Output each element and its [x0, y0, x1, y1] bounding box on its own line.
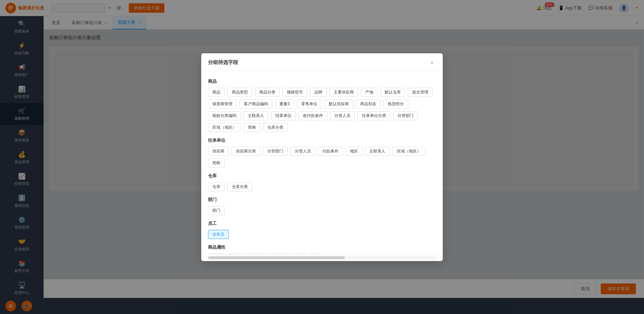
field-tag-4-0[interactable]: 业务员 [208, 230, 229, 239]
field-tag-0-13[interactable]: 默认供应商 [324, 100, 353, 109]
field-grid-2: 仓库仓库分类 [208, 182, 436, 191]
field-tag-1-3[interactable]: 分管人员 [290, 147, 315, 156]
field-tag-0-18[interactable]: 结算单位 [271, 111, 296, 120]
field-tag-1-6[interactable]: 主联系人 [365, 147, 390, 156]
section-title-5: 商品属性 [208, 244, 436, 250]
field-tag-1-2[interactable]: 分管部门 [263, 147, 288, 156]
field-tag-0-23[interactable]: 区域（地区） [208, 123, 241, 132]
field-tag-1-8[interactable]: 简称 [208, 159, 225, 168]
field-tag-2-0[interactable]: 仓库 [208, 182, 225, 191]
field-tag-3-0[interactable]: 部门 [208, 206, 225, 215]
section-title-0: 商品 [208, 78, 436, 84]
modal-title: 分组待选字段 [208, 59, 238, 66]
field-tag-0-15[interactable]: 拣货积分 [383, 100, 408, 109]
field-tag-0-1[interactable]: 商品类型 [227, 88, 252, 97]
field-tag-1-0[interactable]: 供应商 [208, 147, 229, 156]
field-tag-0-6[interactable]: 产地 [361, 88, 378, 97]
field-tag-0-12[interactable]: 零售单位 [297, 100, 322, 109]
field-tag-0-5[interactable]: 主要供应商 [329, 88, 358, 97]
field-tag-0-8[interactable]: 批次管理 [408, 88, 433, 97]
modal-body[interactable]: 商品商品商品类型商品分类规格型号品牌主要供应商产地默认仓库批次管理保质期管理客户… [201, 71, 443, 254]
field-tag-0-0[interactable]: 商品 [208, 88, 225, 97]
field-tag-0-10[interactable]: 客户商品编码 [239, 100, 272, 109]
field-grid-3: 部门 [208, 206, 436, 215]
field-tag-0-17[interactable]: 主联系人 [244, 111, 268, 120]
field-tag-0-7[interactable]: 默认仓库 [380, 88, 405, 97]
field-tag-2-1[interactable]: 仓库分类 [227, 182, 252, 191]
field-tag-0-20[interactable]: 分管人员 [330, 111, 355, 120]
field-tag-0-11[interactable]: 重量3 [275, 100, 294, 109]
section-title-1: 往来单位 [208, 137, 436, 143]
field-tag-0-9[interactable]: 保质期管理 [208, 100, 237, 109]
field-tag-0-2[interactable]: 商品分类 [255, 88, 280, 97]
h-scroll-thumb [208, 256, 345, 259]
field-tag-0-16[interactable]: 税收分类编码 [208, 111, 241, 120]
modal-header: 分组待选字段 × [201, 53, 443, 71]
field-tag-0-24[interactable]: 简称 [244, 123, 260, 132]
field-tag-0-4[interactable]: 品牌 [310, 88, 327, 97]
field-grid-1: 供应商供应商分类分管部门分管人员付款条件地区主联系人区域（地区）简称 [208, 147, 436, 168]
field-tag-0-14[interactable]: 商品别名 [356, 100, 381, 109]
h-scroll-track [208, 256, 436, 260]
field-grid-0: 商品商品类型商品分类规格型号品牌主要供应商产地默认仓库批次管理保质期管理客户商品… [208, 88, 436, 132]
field-tag-1-1[interactable]: 供应商分类 [231, 147, 260, 156]
modal-horizontal-scrollbar[interactable] [201, 254, 443, 261]
field-grid-4: 业务员 [208, 230, 436, 239]
field-tag-0-21[interactable]: 往来单位分类 [358, 111, 390, 120]
modal-close-button[interactable]: × [428, 59, 436, 67]
field-tag-0-25[interactable]: 仓库分类 [263, 123, 288, 132]
section-title-3: 部门 [208, 197, 436, 203]
section-title-4: 员工 [208, 221, 436, 227]
modal-overlay[interactable]: 分组待选字段 × 商品商品商品类型商品分类规格型号品牌主要供应商产地默认仓库批次… [0, 0, 644, 314]
field-tag-0-3[interactable]: 规格型号 [282, 88, 307, 97]
field-tag-1-4[interactable]: 付款条件 [318, 147, 343, 156]
modal-dialog: 分组待选字段 × 商品商品商品类型商品分类规格型号品牌主要供应商产地默认仓库批次… [201, 53, 443, 261]
section-title-2: 仓库 [208, 173, 436, 179]
field-tag-1-5[interactable]: 地区 [345, 147, 362, 156]
field-tag-1-7[interactable]: 区域（地区） [392, 147, 425, 156]
field-tag-0-19[interactable]: 收付款条件 [299, 111, 327, 120]
field-tag-0-22[interactable]: 分管部门 [393, 111, 418, 120]
